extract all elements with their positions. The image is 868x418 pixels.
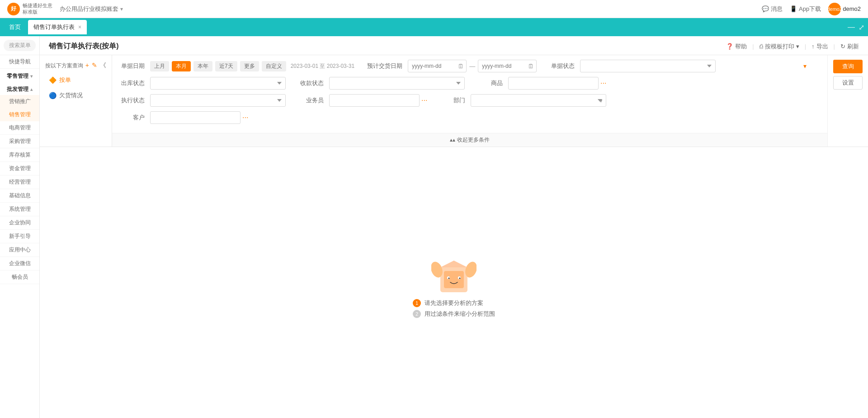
message-icon: 💬 [762, 5, 769, 12]
empty-illustration [431, 245, 476, 290]
dept-select[interactable] [471, 94, 606, 107]
expected-date-to-input[interactable] [478, 60, 537, 72]
tab-minimize-icon[interactable]: — [848, 23, 855, 31]
add-scheme-button[interactable]: + [85, 62, 89, 70]
collapse-more-conditions[interactable]: ▴▴ 收起更多条件 [112, 133, 827, 147]
customer-label: 客户 [119, 114, 145, 122]
svg-point-6 [448, 277, 450, 279]
exec-select[interactable] [150, 94, 286, 107]
sidebar-item-wholesale[interactable]: 批发管理 ▴ [0, 82, 39, 95]
tab-maximize-icon[interactable]: ⤢ [859, 23, 864, 32]
filter-scheme-actions: + ✎ 《 [85, 62, 106, 70]
date-label: 单据日期 [119, 62, 145, 70]
filter-scheme-panel: 按以下方案查询 + ✎ 《 🔶 按单 🔵 欠货情况 [40, 55, 112, 147]
settings-button[interactable]: 设置 [833, 76, 863, 90]
app-download-button[interactable]: 📱 App下载 [790, 5, 821, 13]
customer-wrap: ··· [150, 111, 248, 124]
status-label: 单据状态 [549, 62, 575, 70]
date-btn-this-month[interactable]: 本月 [172, 61, 191, 71]
sidebar-item-wechat[interactable]: 企业微信 [0, 257, 39, 271]
tab-sales-order[interactable]: 销售订单执行表 × [28, 20, 87, 34]
dept-label: 部门 [440, 96, 465, 104]
top-bar: 好 畅捷通好生意 标准版 办公用品行业模拟账套 ▾ 💬 消息 📱 App下载 d… [0, 0, 868, 18]
refresh-icon: ↻ [840, 43, 845, 50]
filter-row-1: 单据日期 上月 本月 本年 近7天 更多 自定义 2023-03-01 至 20… [119, 60, 820, 72]
sidebar-item-marketing[interactable]: 营销推广 [0, 95, 39, 108]
sidebar-search-area: 搜索菜单 [0, 36, 39, 55]
scheme-item-by-order[interactable]: 🔶 按单 [40, 72, 112, 88]
expected-date-from-input[interactable] [408, 60, 467, 72]
goods-more-icon[interactable]: ··· [600, 79, 606, 87]
tab-close-icon[interactable]: × [78, 24, 81, 30]
svg-point-7 [459, 277, 461, 279]
exec-select-wrap [150, 94, 286, 107]
salesman-label: 业务员 [298, 96, 324, 104]
date-btn-last-7-days[interactable]: 近7天 [215, 61, 237, 71]
outbound-select-wrap [150, 77, 286, 90]
logo-area: 好 畅捷通好生意 标准版 [7, 3, 52, 15]
date-btn-custom[interactable]: 自定义 [262, 61, 286, 71]
sidebar-item-purchase[interactable]: 采购管理 [0, 135, 39, 148]
date-btn-last-month[interactable]: 上月 [150, 61, 169, 71]
retail-chevron-icon: ▾ [30, 74, 33, 79]
sidebar-item-system[interactable]: 系统管理 [0, 203, 39, 216]
date-btn-more[interactable]: 更多 [240, 61, 259, 71]
status-chevron-icon: ▾ [803, 62, 807, 70]
refresh-button[interactable]: ↻ 刷新 [840, 43, 859, 51]
chevron-up-icon: ▴▴ [450, 137, 455, 143]
help-button[interactable]: ❓ 帮助 [726, 43, 747, 51]
filter-row-4: 客户 ··· [119, 111, 820, 124]
salesman-input[interactable] [329, 94, 420, 107]
page-title: 销售订单执行表(按单) [49, 42, 119, 51]
wholesale-chevron-icon: ▴ [30, 87, 33, 92]
filter-actions: 查询 设置 [827, 55, 868, 147]
empty-hints: 1 请先选择要分析的方案 2 用过滤条件来缩小分析范围 [413, 299, 495, 321]
empty-hint-1: 1 请先选择要分析的方案 [413, 299, 495, 307]
scheme-item-shortfall[interactable]: 🔵 欠货情况 [40, 88, 112, 103]
goods-input[interactable] [508, 77, 599, 90]
sidebar-item-retail[interactable]: 零售管理 ▾ [0, 69, 39, 82]
sidebar-item-basic-info[interactable]: 基础信息 [0, 189, 39, 203]
sidebar-item-app-center[interactable]: 应用中心 [0, 243, 39, 257]
scheme-icon-order: 🔶 [49, 76, 57, 84]
sidebar-item-management[interactable]: 经营管理 [0, 176, 39, 189]
sidebar-item-enterprise[interactable]: 企业协同 [0, 216, 39, 230]
customer-input[interactable] [150, 111, 241, 124]
help-icon: ❓ [726, 43, 733, 50]
dept-select-wrap: ▾ [471, 94, 606, 107]
sidebar-item-member[interactable]: 畅会员 [0, 271, 39, 284]
sidebar-item-tutorial[interactable]: 新手引导 [0, 230, 39, 243]
receipt-select[interactable] [329, 77, 465, 90]
receipt-label: 收款状态 [298, 79, 324, 87]
sidebar-item-inventory[interactable]: 库存核算 [0, 148, 39, 162]
main-layout: 搜索菜单 快捷导航 零售管理 ▾ 批发管理 ▴ 营销推广 销售管理 电商管理 采… [0, 36, 868, 418]
search-button[interactable]: 查询 [833, 60, 863, 73]
filter-panel: 按以下方案查询 + ✎ 《 🔶 按单 🔵 欠货情况 [40, 55, 868, 147]
export-button[interactable]: ↑ 导出 [811, 43, 828, 51]
filter-main: 单据日期 上月 本月 本年 近7天 更多 自定义 2023-03-01 至 20… [112, 55, 827, 133]
tab-home[interactable]: 首页 [4, 20, 26, 34]
breadcrumb-chevron-icon[interactable]: ▾ [120, 6, 123, 12]
collapse-scheme-button[interactable]: 《 [100, 62, 106, 70]
search-input[interactable]: 搜索菜单 [4, 40, 36, 51]
edit-scheme-button[interactable]: ✎ [92, 62, 97, 70]
app-icon: 📱 [790, 5, 797, 12]
sidebar-item-quick-nav[interactable]: 快捷导航 [0, 55, 39, 69]
logo-text: 畅捷通好生意 标准版 [23, 3, 52, 14]
exec-label: 执行状态 [119, 96, 145, 104]
date-btn-this-year[interactable]: 本年 [193, 61, 212, 71]
status-select[interactable] [580, 60, 716, 72]
outbound-select[interactable] [150, 77, 286, 90]
tab-bar: 首页 销售订单执行表 × — ⤢ [0, 18, 868, 36]
print-icon: ⎙ [760, 43, 763, 50]
sidebar-item-finance[interactable]: 资金管理 [0, 162, 39, 176]
user-area[interactable]: demo2 demo2 [828, 3, 861, 15]
receipt-select-wrap [329, 77, 465, 90]
customer-more-icon[interactable]: ··· [242, 114, 248, 122]
empty-hint-2: 2 用过滤条件来缩小分析范围 [413, 310, 495, 318]
message-button[interactable]: 💬 消息 [762, 5, 783, 13]
salesman-more-icon[interactable]: ··· [421, 96, 427, 104]
sidebar-item-ecommerce[interactable]: 电商管理 [0, 121, 39, 135]
sidebar-item-sales[interactable]: 销售管理 [0, 108, 39, 121]
print-button[interactable]: ⎙ 按模板打印 ▾ [760, 43, 799, 51]
